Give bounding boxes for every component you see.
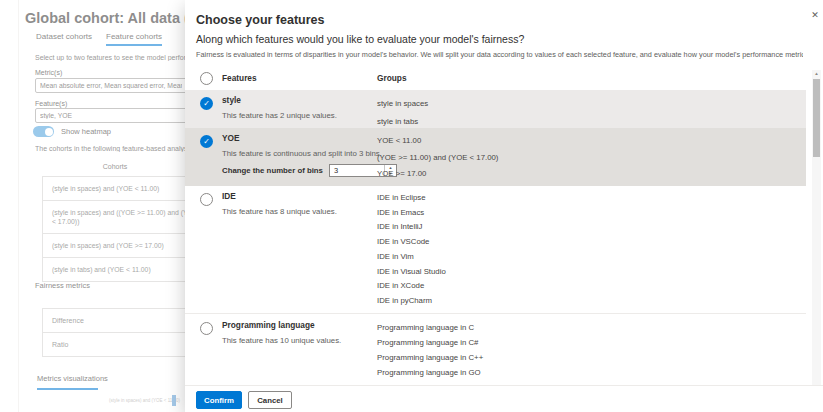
scroll-up-icon[interactable]: ▲ <box>812 70 821 78</box>
group-item: YOE >= 17.00 <box>377 166 677 183</box>
vertical-scrollbar[interactable]: ▲ <box>812 70 821 385</box>
feature-row-programming-language[interactable]: Programming language This feature has 10… <box>185 315 806 385</box>
dialog-subtitle: Along which features would you like to e… <box>196 33 524 45</box>
radio-unchecked-icon[interactable] <box>200 193 213 206</box>
group-item: IDE in Emacs <box>377 206 677 221</box>
bins-input[interactable] <box>330 165 384 176</box>
group-item: style in spaces <box>377 95 677 113</box>
group-item: IDE in XCode <box>377 279 677 294</box>
group-item: Programming language in C# <box>377 335 677 350</box>
group-item: IDE in pyCharm <box>377 294 677 309</box>
group-item: IDE in IntelliJ <box>377 220 677 235</box>
group-item: Programming language in GO <box>377 365 677 380</box>
scrollbar-thumb[interactable] <box>813 79 820 157</box>
choose-features-dialog: ✕ Choose your features Along which featu… <box>185 0 823 412</box>
radio-checked-icon[interactable]: ✓ <box>200 97 213 110</box>
group-item: YOE < 11.00 <box>377 133 677 150</box>
app-root: Global cohort: All data (default) Datase… <box>0 0 823 412</box>
group-item: Programming language in C <box>377 320 677 335</box>
confirm-button[interactable]: Confirm <box>196 391 242 409</box>
group-item: IDE in VSCode <box>377 235 677 250</box>
group-item: IDE in Eclipse <box>377 191 677 206</box>
bins-label: Change the number of bins <box>222 166 323 175</box>
radio-unchecked-icon[interactable] <box>200 322 213 335</box>
radio-unchecked-icon <box>200 72 213 85</box>
dialog-description: Fairness is evaluated in terms of dispar… <box>196 50 803 59</box>
feature-row-style[interactable]: ✓ style This feature has 2 unique values… <box>185 90 806 128</box>
dialog-title: Choose your features <box>196 13 325 27</box>
feature-row-yoe[interactable]: ✓ YOE This feature is continuous and spl… <box>185 128 806 186</box>
group-item: IDE in Visual Studio <box>377 265 677 280</box>
feature-table-header: Features Groups <box>185 68 806 90</box>
dialog-footer: Confirm Cancel <box>185 385 823 412</box>
group-item: (YOE >= 11.00) and (YOE < 17.00) <box>377 150 677 167</box>
groups-cell: IDE in Eclipse IDE in Emacs IDE in Intel… <box>377 191 677 309</box>
features-column-header: Features <box>222 73 257 83</box>
group-item: Programming language in C++ <box>377 350 677 365</box>
groups-cell: style in spaces style in tabs <box>377 95 677 131</box>
groups-column-header: Groups <box>377 73 407 83</box>
group-item: IDE in Vim <box>377 250 677 265</box>
groups-cell: Programming language in C Programming la… <box>377 320 677 385</box>
groups-cell: YOE < 11.00 (YOE >= 11.00) and (YOE < 17… <box>377 133 677 183</box>
radio-checked-icon[interactable]: ✓ <box>200 135 213 148</box>
close-icon[interactable]: ✕ <box>808 8 822 22</box>
cancel-button[interactable]: Cancel <box>248 391 292 409</box>
feature-row-ide[interactable]: IDE This feature has 8 unique values. ID… <box>185 186 806 314</box>
